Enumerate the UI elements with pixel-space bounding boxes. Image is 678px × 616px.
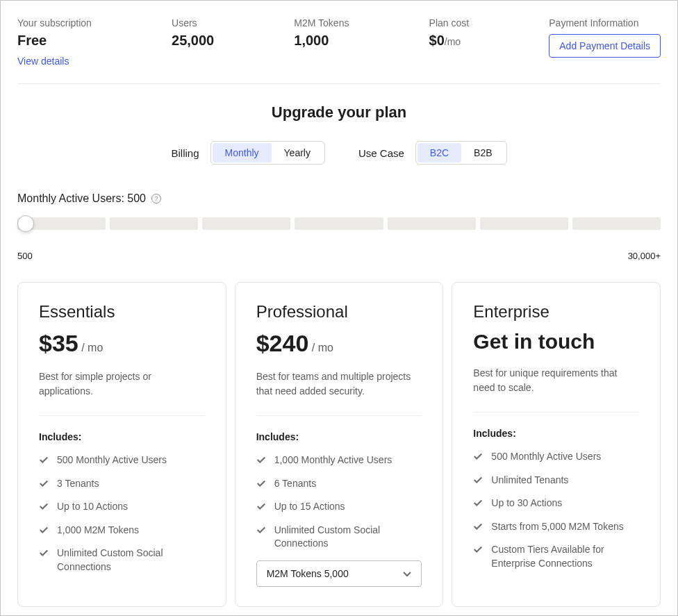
plan-professional-price: $240 / mo bbox=[256, 330, 422, 357]
plan-enterprise: Enterprise Get in touch Best for unique … bbox=[452, 282, 661, 607]
feature-item: Custom Tiers Available for Enterprise Co… bbox=[473, 543, 639, 570]
feature-item: Unlimited Custom Social Connections bbox=[39, 547, 205, 574]
feature-text: 3 Tenants bbox=[57, 477, 99, 491]
check-icon bbox=[473, 475, 483, 485]
plan-essentials-desc: Best for simple projects or applications… bbox=[39, 369, 205, 399]
billing-toggle-group: Billing Monthly Yearly bbox=[171, 141, 324, 165]
feature-item: Up to 15 Actions bbox=[256, 500, 422, 514]
mau-value: 500 bbox=[127, 192, 146, 204]
add-payment-button[interactable]: Add Payment Details bbox=[549, 34, 661, 58]
feature-item: 500 Monthly Active Users bbox=[39, 453, 205, 467]
feature-item: 6 Tenants bbox=[256, 477, 422, 491]
users-label: Users bbox=[172, 17, 214, 28]
users-col: Users 25,000 bbox=[172, 17, 214, 49]
m2m-col: M2M Tokens 1,000 bbox=[294, 17, 349, 49]
feature-item: 1,000 M2M Tokens bbox=[39, 524, 205, 538]
subscription-col: Your subscription Free View details bbox=[17, 17, 92, 67]
feature-text: 500 Monthly Active Users bbox=[491, 450, 601, 464]
feature-text: Up to 15 Actions bbox=[274, 500, 345, 514]
plans-row: Essentials $35 / mo Best for simple proj… bbox=[17, 282, 661, 607]
slider-min: 500 bbox=[17, 251, 33, 261]
feature-text: Up to 10 Actions bbox=[57, 500, 128, 514]
check-icon bbox=[256, 455, 266, 465]
feature-text: Unlimited Tenants bbox=[491, 474, 568, 488]
plan-professional-name: Professional bbox=[256, 302, 422, 322]
payment-col: Payment Information Add Payment Details bbox=[549, 17, 661, 58]
m2m-select-value: M2M Tokens 5,000 bbox=[267, 568, 349, 579]
slider-thumb[interactable] bbox=[17, 215, 34, 232]
cost-col: Plan cost $0/mo bbox=[429, 17, 470, 49]
check-icon bbox=[39, 501, 49, 511]
usecase-b2c-option[interactable]: B2C bbox=[417, 143, 461, 163]
m2m-value: 1,000 bbox=[294, 33, 349, 49]
feature-item: Up to 30 Actions bbox=[473, 497, 639, 510]
subscription-label: Your subscription bbox=[17, 17, 92, 28]
billing-monthly-option[interactable]: Monthly bbox=[213, 143, 272, 163]
check-icon bbox=[256, 501, 266, 511]
feature-item: Starts from 5,000 M2M Tokens bbox=[473, 520, 639, 534]
subscription-header: Your subscription Free View details User… bbox=[17, 17, 661, 83]
check-icon bbox=[39, 548, 49, 558]
plan-professional: Professional $240 / mo Best for teams an… bbox=[235, 282, 444, 607]
check-icon bbox=[39, 478, 49, 488]
check-icon bbox=[39, 525, 49, 535]
cost-suffix: /mo bbox=[445, 36, 461, 47]
includes-label: Includes: bbox=[256, 431, 422, 442]
usecase-segmented: B2C B2B bbox=[415, 141, 507, 165]
plan-divider bbox=[473, 412, 639, 413]
subscription-value: Free bbox=[17, 33, 92, 49]
feature-text: 1,000 M2M Tokens bbox=[57, 524, 139, 538]
includes-label: Includes: bbox=[473, 428, 639, 439]
chevron-down-icon bbox=[403, 568, 411, 579]
view-details-link[interactable]: View details bbox=[17, 56, 92, 67]
slider-track bbox=[17, 217, 661, 230]
billing-yearly-option[interactable]: Yearly bbox=[272, 143, 323, 163]
check-icon bbox=[256, 478, 266, 488]
m2m-tokens-select[interactable]: M2M Tokens 5,000 bbox=[256, 560, 422, 587]
plan-enterprise-features: 500 Monthly Active UsersUnlimited Tenant… bbox=[473, 450, 639, 571]
feature-text: Up to 30 Actions bbox=[491, 497, 562, 510]
check-icon bbox=[39, 455, 49, 465]
feature-item: Up to 10 Actions bbox=[39, 500, 205, 514]
feature-item: 500 Monthly Active Users bbox=[473, 450, 639, 464]
plan-professional-desc: Best for teams and multiple projects tha… bbox=[256, 369, 422, 399]
feature-text: 500 Monthly Active Users bbox=[57, 453, 167, 467]
check-icon bbox=[473, 451, 483, 461]
check-icon bbox=[473, 544, 483, 554]
m2m-label: M2M Tokens bbox=[294, 17, 349, 28]
slider-max: 30,000+ bbox=[628, 251, 661, 261]
plan-enterprise-touch: Get in touch bbox=[473, 330, 639, 353]
feature-text: Starts from 5,000 M2M Tokens bbox=[491, 520, 623, 534]
feature-item: Unlimited Tenants bbox=[473, 474, 639, 488]
feature-text: Unlimited Custom Social Connections bbox=[57, 547, 205, 574]
cost-label: Plan cost bbox=[429, 17, 470, 28]
mau-label-row: Monthly Active Users: 500 ? bbox=[17, 192, 661, 205]
toggle-row: Billing Monthly Yearly Use Case B2C B2B bbox=[17, 141, 661, 165]
plan-essentials: Essentials $35 / mo Best for simple proj… bbox=[17, 282, 226, 607]
usecase-toggle-group: Use Case B2C B2B bbox=[358, 141, 507, 165]
feature-text: Unlimited Custom Social Connections bbox=[274, 524, 422, 551]
slider-range-labels: 500 30,000+ bbox=[17, 251, 661, 261]
plan-divider bbox=[256, 415, 422, 416]
plan-essentials-price: $35 / mo bbox=[39, 330, 205, 357]
header-divider bbox=[17, 83, 661, 84]
cost-amount: $0 bbox=[429, 33, 445, 48]
feature-item: 3 Tenants bbox=[39, 477, 205, 491]
info-icon[interactable]: ? bbox=[151, 194, 161, 203]
payment-label: Payment Information bbox=[549, 17, 661, 28]
feature-item: 1,000 Monthly Active Users bbox=[256, 453, 422, 467]
feature-text: 6 Tenants bbox=[274, 477, 316, 491]
usecase-b2b-option[interactable]: B2B bbox=[461, 143, 504, 163]
plan-professional-features: 1,000 Monthly Active Users6 TenantsUp to… bbox=[256, 453, 422, 551]
mau-slider[interactable] bbox=[17, 217, 661, 230]
usecase-label: Use Case bbox=[358, 147, 404, 159]
users-value: 25,000 bbox=[172, 33, 214, 49]
plan-essentials-features: 500 Monthly Active Users3 TenantsUp to 1… bbox=[39, 453, 205, 574]
plan-divider bbox=[39, 415, 205, 416]
mau-label: Monthly Active Users: 500 bbox=[17, 192, 146, 205]
billing-segmented: Monthly Yearly bbox=[210, 141, 325, 165]
check-icon bbox=[256, 525, 266, 535]
cost-value: $0/mo bbox=[429, 33, 470, 49]
includes-label: Includes: bbox=[39, 431, 205, 442]
plan-enterprise-desc: Best for unique requirements that need t… bbox=[473, 366, 639, 395]
